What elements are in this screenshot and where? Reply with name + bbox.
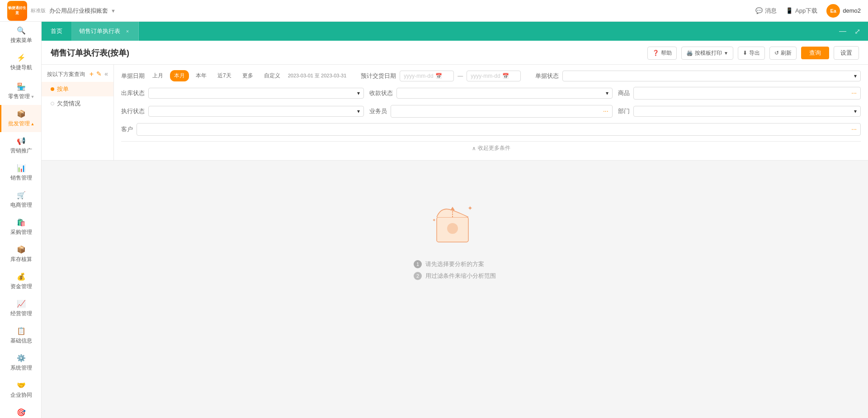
app-title-area: 办公用品行业模拟账套 ▼ [49,7,116,15]
goods-input[interactable]: ··· [633,87,861,100]
sidebar-item-retail[interactable]: 🏪 零售管理 ▼ [0,78,41,105]
app-title-dropdown-icon[interactable]: ▼ [111,8,116,14]
sales-icon: 📊 [17,164,26,172]
guide-icon: 🎯 [17,408,26,417]
filter-content: 单据日期 上月 本月 本年 近7天 更多 自定义 2023-03-01 至 20… [114,65,868,160]
filter-nav-item-按单[interactable]: 按单 [42,82,113,96]
top-header: 畅捷通好生意 标准版 办公用品行业模拟账套 ▼ 💬 消息 📱 App下载 Ea … [0,0,868,22]
settings-button[interactable]: 设置 [834,46,859,60]
tab-minimize-button[interactable]: — [837,26,848,37]
receipt-status-select[interactable]: ▾ [396,88,612,99]
filter-add-button[interactable]: + [90,70,94,78]
export-button[interactable]: ⬇ 导出 [738,47,765,60]
sidebar-item-ecommerce[interactable]: 🛒 电商管理 [0,186,41,214]
sidebar-item-system[interactable]: ⚙️ 系统管理 [0,349,41,376]
filter-edit-button[interactable]: ✎ [96,70,102,78]
sidebar-item-guide[interactable]: 🎯 新手引导 [0,404,41,418]
customer-ellipsis[interactable]: ··· [851,125,857,133]
main-layout: 🔍 搜索菜单 ⚡ 快捷导航 🏪 零售管理 ▼ 📦 批发管理 ▲ 📢 营销推广 [0,22,868,418]
calendar-start-icon: 📅 [435,73,442,79]
filter-panel: 按以下方案查询 + ✎ « 按单 欠货情况 [42,65,868,161]
filter-nav-item-欠货情况[interactable]: 欠货情况 [42,96,113,111]
delivery-status-select[interactable]: ▾ [148,88,364,99]
tab-active[interactable]: 销售订单执行表 × [72,22,139,41]
filter-collapse-button[interactable]: « [104,70,108,78]
sidebar-item-quicknav[interactable]: ⚡ 快捷导航 [0,49,41,76]
date-this-year-btn[interactable]: 本年 [192,70,211,81]
date-7days-btn[interactable]: 近7天 [213,70,236,81]
exec-status-label: 执行状态 [121,107,145,115]
message-button[interactable]: 💬 消息 [755,7,777,15]
query-button[interactable]: 查询 [801,47,829,59]
filter-sidebar-title-label: 按以下方案查询 [47,71,85,78]
sidebar-item-operations[interactable]: 📈 经营管理 [0,295,41,322]
sidebar-item-inventory[interactable]: 📦 库存核算 [0,241,41,268]
tab-home[interactable]: 首页 [42,22,72,41]
filter-date-item: 单据日期 上月 本月 本年 近7天 更多 自定义 2023-03-01 至 20… [121,70,346,81]
sidebar-item-inventory-label: 库存核算 [10,256,32,263]
date-custom-btn[interactable]: 自定义 [260,70,284,81]
inventory-icon: 📦 [17,245,26,254]
sidebar-item-basic-info[interactable]: 📋 基础信息 [0,322,41,349]
exec-status-select[interactable]: ▾ [148,106,364,117]
empty-steps-list: 1 请先选择要分析的方案 2 用过滤条件来缩小分析范围 [414,260,496,284]
retail-icon: 🏪 [17,82,26,91]
brand-subtitle: 标准版 [31,7,46,14]
tab-maximize-button[interactable]: ⤢ [852,26,863,37]
delivery-status-label: 出库状态 [121,89,145,97]
page-header: 销售订单执行表(按单) ❓ 帮助 🖨️ 按模板打印 ▼ ⬇ [42,41,868,65]
goods-ellipsis[interactable]: ··· [851,89,857,97]
tab-home-label: 首页 [51,27,62,35]
wholesale-expand-icon: ▲ [31,122,35,126]
sidebar-item-finance[interactable]: 💰 资金管理 [0,268,41,295]
date-range-text: 2023-03-01 至 2023-03-31 [288,72,347,79]
filter-dept-col: 部门 ▾ [618,106,861,117]
customer-input[interactable]: ··· [137,123,861,136]
avatar: Ea [826,4,840,18]
tab-close-button[interactable]: × [124,28,131,35]
empty-step-1: 1 请先选择要分析的方案 [414,260,496,268]
sidebar-item-enterprise[interactable]: 🤝 企业协同 [0,376,41,404]
empty-illustration: ✦ ✦ [428,197,482,251]
filter-row-1: 单据日期 上月 本月 本年 近7天 更多 自定义 2023-03-01 至 20… [121,70,861,81]
expected-date-end-input[interactable]: yyyy-mm-dd 📅 [467,71,521,81]
filter-delivery-col: 出库状态 ▾ [121,88,364,99]
date-buttons-group: 上月 本月 本年 近7天 更多 自定义 [148,70,284,81]
sidebar-item-marketing[interactable]: 📢 营销推广 [0,132,41,159]
sidebar-item-sales[interactable]: 📊 销售管理 [0,159,41,186]
date-prev-month-btn[interactable]: 上月 [148,70,167,81]
salesperson-input[interactable]: ··· [391,105,612,118]
step-1-text: 请先选择要分析的方案 [425,260,484,268]
date-more-btn[interactable]: 更多 [238,70,257,81]
sidebar-item-search-label: 搜索菜单 [10,37,32,44]
refresh-button[interactable]: ↺ 刷新 [769,47,797,60]
status-label: 单据状态 [535,72,559,80]
download-icon: 📱 [786,7,793,14]
app-download-button[interactable]: 📱 App下载 [786,7,817,15]
date-current-month-btn[interactable]: 本月 [170,70,189,81]
sidebar-item-basic-info-label: 基础信息 [10,337,32,345]
enterprise-icon: 🤝 [17,381,26,390]
operations-icon: 📈 [17,299,26,308]
expected-date-label: 预计交货日期 [361,72,396,80]
help-button[interactable]: ❓ 帮助 [647,47,677,60]
delivery-dropdown-icon: ▾ [357,90,360,96]
collapse-button[interactable]: ∧ 收起更多条件 [121,141,861,155]
sidebar-item-wholesale[interactable]: 📦 批发管理 ▲ [0,105,41,132]
filter-goods-col: 商品 ··· [618,87,861,100]
tab-bar: 首页 销售订单执行表 × — ⤢ [42,22,868,41]
svg-text:✦: ✦ [432,218,436,223]
print-button[interactable]: 🖨️ 按模板打印 ▼ [681,47,733,60]
search-menu-icon: 🔍 [17,26,26,35]
expected-date-start-input[interactable]: yyyy-mm-dd 📅 [400,71,454,81]
status-select[interactable]: ▾ [562,71,861,81]
salesperson-ellipsis[interactable]: ··· [603,107,609,115]
sidebar-item-enterprise-label: 企业协同 [10,391,32,399]
empty-step-2: 2 用过滤条件来缩小分析范围 [414,272,496,280]
exec-dropdown-icon: ▾ [357,108,360,114]
print-icon: 🖨️ [686,50,693,56]
user-profile[interactable]: Ea demo2 [826,4,861,18]
sidebar-item-search[interactable]: 🔍 搜索菜单 [0,22,41,49]
dept-select[interactable]: ▾ [633,106,861,117]
sidebar-item-purchase[interactable]: 🛍️ 采购管理 [0,214,41,241]
